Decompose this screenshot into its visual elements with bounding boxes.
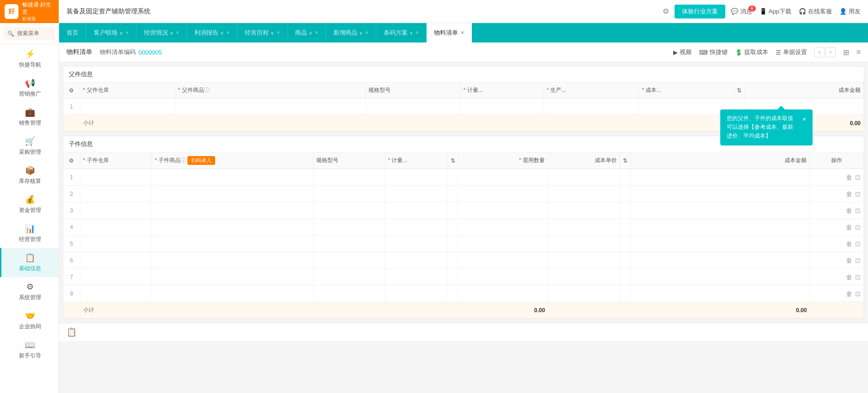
child-unit-price[interactable] (548, 219, 620, 236)
settings-icon[interactable]: ⚙ (663, 7, 669, 16)
child-warehouse[interactable] (80, 236, 151, 252)
tab-barcode[interactable]: 条码方案 ∨ × (376, 23, 427, 42)
child-product[interactable] (151, 219, 313, 236)
tab-goods[interactable]: 商品 ∨ × (288, 23, 326, 42)
close-icon[interactable]: × (416, 30, 419, 36)
child-spec[interactable] (313, 186, 385, 202)
child-qty[interactable] (458, 252, 548, 269)
tab-bom[interactable]: 物料清单 × (427, 23, 472, 42)
next-arrow[interactable]: › (826, 47, 836, 57)
search-menu-button[interactable]: 🔍 搜索菜单 (4, 27, 55, 40)
close-icon[interactable]: × (226, 30, 229, 36)
child-spec[interactable] (313, 169, 385, 186)
child-product[interactable] (151, 186, 313, 202)
delete-icon[interactable]: 🗑 (846, 190, 852, 198)
sidebar-item-marketing[interactable]: 📢 营销推广 (0, 73, 59, 103)
child-warehouse[interactable] (80, 186, 151, 202)
prev-arrow[interactable]: ‹ (814, 47, 825, 57)
child-warehouse[interactable] (80, 219, 151, 236)
tab-profit[interactable]: 利润报告 ∨ × (187, 23, 237, 42)
child-product[interactable] (151, 285, 313, 302)
child-spec[interactable] (313, 219, 385, 236)
close-icon[interactable]: × (277, 30, 280, 36)
close-icon[interactable]: × (315, 30, 318, 36)
child-unit-price[interactable] (548, 202, 620, 219)
child-qty[interactable] (458, 285, 548, 302)
sidebar-item-inventory[interactable]: 📦 库存核算 (0, 161, 59, 190)
video-tool[interactable]: ▶ 视频 (673, 48, 692, 56)
online-service-button[interactable]: 🎧 在线客服 (799, 7, 832, 16)
copy-icon[interactable]: ⊡ (855, 190, 861, 198)
close-icon[interactable]: × (176, 30, 179, 36)
child-spec[interactable] (313, 269, 385, 285)
child-qty[interactable] (458, 236, 548, 252)
child-product[interactable] (151, 202, 313, 219)
child-qty[interactable] (458, 169, 548, 186)
child-warehouse[interactable] (80, 285, 151, 302)
child-unit[interactable] (385, 269, 448, 285)
shortcut-tool[interactable]: ⌨ 快捷键 (699, 48, 728, 56)
sidebar-item-purchase[interactable]: 🛒 采购管理 (0, 132, 59, 161)
tab-operations[interactable]: 经营情况 ∨ × (137, 23, 187, 42)
sidebar-item-finance[interactable]: 💰 资金管理 (0, 190, 59, 219)
child-unit-price[interactable] (548, 252, 620, 269)
parent-unit-cell[interactable] (460, 98, 543, 115)
scan-input-button[interactable]: 扫码录入 (187, 156, 215, 165)
parent-product-cell[interactable] (175, 98, 365, 115)
copy-icon[interactable]: ⊡ (855, 174, 861, 181)
child-unit-price[interactable] (548, 285, 620, 302)
close-icon[interactable]: × (365, 30, 368, 36)
child-spec[interactable] (313, 236, 385, 252)
child-spec[interactable] (313, 285, 385, 302)
child-unit-price[interactable] (548, 186, 620, 202)
child-qty[interactable] (458, 186, 548, 202)
delete-icon[interactable]: 🗑 (846, 224, 852, 231)
child-spec[interactable] (313, 252, 385, 269)
child-unit-price[interactable] (548, 236, 620, 252)
close-all-tabs[interactable]: × (860, 27, 868, 39)
child-spec[interactable] (313, 202, 385, 219)
sidebar-item-sales[interactable]: 💼 销售管理 (0, 103, 59, 132)
cost-tool[interactable]: 💲 提取成本 (735, 48, 768, 56)
tab-home[interactable]: 首页 (59, 23, 86, 42)
close-icon[interactable]: × (126, 30, 129, 36)
parent-warehouse-cell[interactable] (80, 98, 175, 115)
copy-icon[interactable]: ⊡ (855, 290, 861, 297)
app-download-button[interactable]: 📱 App下载 (760, 7, 791, 16)
delete-icon[interactable]: 🗑 (846, 207, 852, 214)
child-warehouse[interactable] (80, 269, 151, 285)
sidebar-item-enterprise[interactable]: 🤝 企业协同 (0, 306, 59, 335)
child-product[interactable] (151, 252, 313, 269)
delete-icon[interactable]: 🗑 (846, 174, 852, 181)
child-qty[interactable] (458, 269, 548, 285)
delete-icon[interactable]: 🗑 (846, 240, 852, 248)
sidebar-item-basic-info[interactable]: 📋 基础信息 (0, 248, 59, 277)
child-unit-price[interactable] (548, 269, 620, 285)
list-view-icon[interactable]: ≡ (856, 48, 861, 56)
sidebar-item-system[interactable]: ⚙ 系统管理 (0, 277, 59, 306)
user-menu[interactable]: 👤 用友 (839, 7, 861, 16)
copy-icon[interactable]: ⊡ (855, 240, 861, 248)
child-unit[interactable] (385, 219, 448, 236)
child-warehouse[interactable] (80, 252, 151, 269)
parent-production-cell[interactable] (544, 98, 639, 115)
child-unit[interactable] (385, 285, 448, 302)
parent-spec-cell[interactable] (365, 98, 460, 115)
message-button[interactable]: 💬 消息 6 (731, 7, 752, 16)
doc-settings-tool[interactable]: ☰ 单据设置 (776, 48, 807, 56)
delete-icon[interactable]: 🗑 (846, 290, 852, 297)
child-warehouse[interactable] (80, 202, 151, 219)
child-product[interactable] (151, 169, 313, 186)
child-product[interactable] (151, 269, 313, 285)
child-qty[interactable] (458, 219, 548, 236)
tab-new-goods[interactable]: 新增商品 ∨ × (326, 23, 376, 42)
child-unit[interactable] (385, 186, 448, 202)
copy-icon[interactable]: ⊡ (855, 257, 861, 264)
trial-button[interactable]: 体验行业方案 (675, 5, 725, 18)
child-unit-price[interactable] (548, 169, 620, 186)
child-product[interactable] (151, 236, 313, 252)
tooltip-close-button[interactable]: × (802, 114, 806, 124)
copy-icon[interactable]: ⊡ (855, 207, 861, 214)
tab-history[interactable]: 经营历程 ∨ × (237, 23, 288, 42)
delete-icon[interactable]: 🗑 (846, 273, 852, 281)
